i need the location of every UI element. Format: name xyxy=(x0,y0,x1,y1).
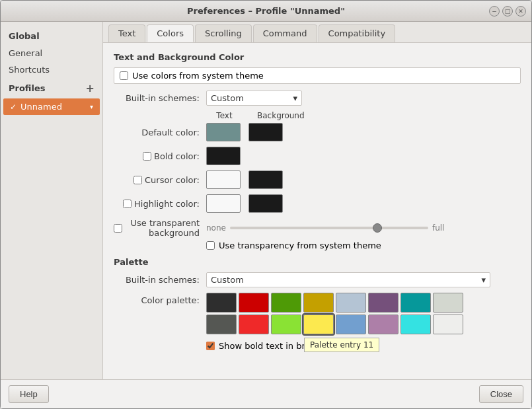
builtin-schemes-dropdown[interactable]: Custom ▾ xyxy=(206,91,302,106)
palette-swatch-6[interactable] xyxy=(400,293,431,313)
system-transparency-row: Use transparency from system theme xyxy=(206,241,521,250)
transparency-slider-track xyxy=(230,227,428,229)
palette-swatch-10[interactable] xyxy=(271,315,301,334)
sidebar-item-general[interactable]: General xyxy=(1,45,102,61)
window-body: Global General Shortcuts Profiles + ✓ Un… xyxy=(1,22,531,379)
profiles-label: Profiles xyxy=(9,83,46,93)
palette-row-1 xyxy=(206,293,463,313)
window-controls: − □ ✕ xyxy=(489,6,526,17)
palette-builtin-label: Built-in schemes: xyxy=(114,275,206,285)
system-transparency-label: Use transparency from system theme xyxy=(219,241,381,250)
bold-color-label: Bold color: xyxy=(114,151,206,161)
transparent-bg-checkbox[interactable] xyxy=(114,224,122,233)
cursor-color-checkbox[interactable] xyxy=(133,176,142,184)
transparent-bg-row: Use transparent background none full xyxy=(114,218,521,238)
transparent-bg-label: Use transparent background xyxy=(114,218,206,238)
profile-name: Unnamed xyxy=(20,102,62,112)
use-system-colors-checkbox[interactable] xyxy=(120,71,128,80)
add-profile-button[interactable]: + xyxy=(86,82,95,94)
maximize-button[interactable]: □ xyxy=(502,6,513,17)
tabs-bar: Text Colors Scrolling Command Compatibil… xyxy=(103,22,531,43)
background-col-label: Background xyxy=(257,111,293,120)
palette-swatch-9[interactable] xyxy=(239,315,269,334)
builtin-schemes-label: Built-in schemes: xyxy=(114,93,206,103)
tab-colors[interactable]: Colors xyxy=(147,24,194,42)
window-title: Preferences – Profile "Unnamed" xyxy=(187,6,345,16)
close-button[interactable]: ✕ xyxy=(515,6,526,17)
system-colors-row: Use colors from system theme xyxy=(114,67,521,84)
palette-swatch-11[interactable]: Palette entry 11 xyxy=(303,315,334,334)
profile-item-unnamed[interactable]: ✓ Unnamed ▾ xyxy=(3,98,100,115)
bold-color-checkbox[interactable] xyxy=(143,152,151,161)
cursor-color-label: Cursor color: xyxy=(114,175,206,185)
global-section-label: Global xyxy=(1,27,102,45)
palette-swatch-5[interactable] xyxy=(368,293,399,313)
full-label: full xyxy=(432,223,445,233)
color-palette-label: Color palette: xyxy=(114,293,206,305)
preferences-window: Preferences – Profile "Unnamed" − □ ✕ Gl… xyxy=(0,0,532,409)
palette-swatch-7[interactable] xyxy=(433,293,463,313)
palette-schemes-value: Custom xyxy=(211,275,244,285)
palette-swatch-0[interactable] xyxy=(206,293,237,313)
palette-swatch-13[interactable] xyxy=(368,315,399,334)
default-bg-color-swatch[interactable] xyxy=(248,123,283,141)
palette-section: Palette Built-in schemes: Custom ▾ Color… xyxy=(114,257,521,351)
color-column-headers: Text Background xyxy=(206,111,521,120)
none-label: none xyxy=(206,223,226,233)
highlight-text-color-swatch[interactable] xyxy=(206,194,241,213)
minimize-button[interactable]: − xyxy=(489,6,500,17)
close-button-footer[interactable]: Close xyxy=(479,385,523,403)
tab-command[interactable]: Command xyxy=(253,24,317,42)
palette-swatch-8[interactable] xyxy=(206,315,237,334)
palette-swatch-15[interactable] xyxy=(433,315,463,334)
builtin-schemes-row: Built-in schemes: Custom ▾ xyxy=(114,91,521,106)
palette-swatch-4[interactable] xyxy=(336,293,366,313)
main-content: Text Colors Scrolling Command Compatibil… xyxy=(103,22,531,379)
default-text-color-swatch[interactable] xyxy=(206,123,241,141)
highlight-bg-color-swatch[interactable] xyxy=(248,194,283,213)
chevron-down-icon: ▾ xyxy=(293,93,297,103)
cursor-color-row: Cursor color: xyxy=(114,170,521,189)
titlebar: Preferences – Profile "Unnamed" − □ ✕ xyxy=(1,1,531,22)
default-color-row: Default color: xyxy=(114,123,521,141)
palette-section-title: Palette xyxy=(114,257,521,267)
builtin-schemes-value: Custom xyxy=(211,93,244,103)
bold-text-color-swatch[interactable] xyxy=(206,147,241,165)
palette-schemes-dropdown[interactable]: Custom ▾ xyxy=(206,272,490,287)
tab-text[interactable]: Text xyxy=(108,24,145,42)
help-button[interactable]: Help xyxy=(9,385,49,403)
default-color-label: Default color: xyxy=(114,128,206,137)
profile-item-label: ✓ Unnamed xyxy=(10,102,62,112)
palette-row-2: Palette entry 11 xyxy=(206,315,463,334)
profile-arrow-icon[interactable]: ▾ xyxy=(90,103,93,110)
tab-scrolling[interactable]: Scrolling xyxy=(195,24,252,42)
palette-swatch-14[interactable] xyxy=(400,315,431,334)
sidebar-item-shortcuts[interactable]: Shortcuts xyxy=(1,61,102,78)
system-transparency-checkbox[interactable] xyxy=(206,241,215,250)
palette-swatch-12[interactable] xyxy=(336,315,366,334)
highlight-color-row: Highlight color: xyxy=(114,194,521,213)
sidebar-profiles-header: Profiles + xyxy=(1,78,102,98)
show-bold-checkbox[interactable] xyxy=(206,342,215,350)
sidebar: Global General Shortcuts Profiles + ✓ Un… xyxy=(1,22,103,379)
cursor-text-color-swatch[interactable] xyxy=(206,170,241,189)
transparency-slider-thumb[interactable] xyxy=(373,223,382,233)
show-bold-label: Show bold text in bright colors xyxy=(219,341,350,351)
text-col-label: Text xyxy=(206,111,243,120)
palette-schemes-row: Built-in schemes: Custom ▾ xyxy=(114,272,521,287)
highlight-color-checkbox[interactable] xyxy=(123,200,132,208)
cursor-bg-color-swatch[interactable] xyxy=(248,170,283,189)
show-bold-row: Show bold text in bright colors xyxy=(206,341,521,351)
bold-color-row: Bold color: xyxy=(114,147,521,165)
bottom-bar: Help Close xyxy=(1,379,531,408)
palette-swatch-3[interactable] xyxy=(303,293,334,313)
palette-colors-row: Color palette: xyxy=(114,293,521,334)
section-title-bg: Text and Background Color xyxy=(114,52,521,62)
highlight-color-label: Highlight color: xyxy=(114,199,206,209)
palette-chevron-icon: ▾ xyxy=(481,275,486,285)
palette-swatch-1[interactable] xyxy=(239,293,269,313)
use-system-colors-label: Use colors from system theme xyxy=(132,71,264,81)
palette-grid-container: Palette entry 11 xyxy=(206,293,463,334)
tab-compatibility[interactable]: Compatibility xyxy=(319,24,396,42)
palette-swatch-2[interactable] xyxy=(271,293,301,313)
